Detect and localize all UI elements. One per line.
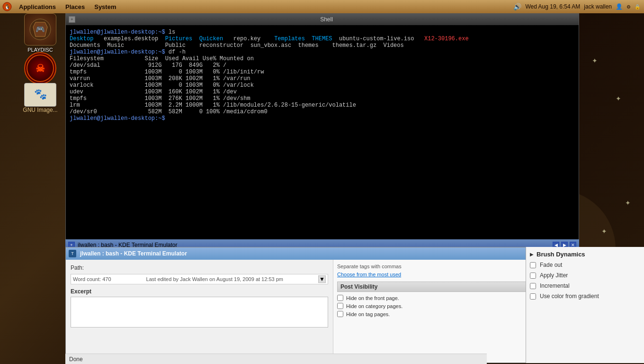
- choose-tags-link[interactable]: Choose from the most used: [337, 272, 401, 277]
- incremental-checkbox[interactable]: [530, 283, 536, 289]
- taskbar-settings-icon[interactable]: ⚙: [626, 4, 631, 9]
- status-bar: Done: [65, 354, 487, 364]
- hide-front-page-checkbox[interactable]: [337, 295, 343, 301]
- taskbar-lock-icon[interactable]: 🔒: [635, 4, 640, 9]
- volume-icon[interactable]: 🔊: [513, 3, 521, 10]
- terminal-minimize-btn[interactable]: +: [69, 16, 75, 23]
- kde-titlebar: T jlwallen : bash - KDE Terminal Emulato…: [66, 247, 579, 260]
- apply-jitter-label: Apply Jitter: [540, 272, 568, 279]
- fade-out-label: Fade out: [540, 262, 562, 268]
- kde-terminal-icon: T: [69, 250, 76, 257]
- kde-content: Path: Word count: 470 Last edited by Jac…: [66, 260, 579, 363]
- form-expand-btn[interactable]: ▼: [318, 275, 326, 283]
- kde-terminal-title: jlwallen : bash - KDE Terminal Emulator: [80, 250, 548, 257]
- playdisc-desktop-icon[interactable]: 🎮 PLAYDISC: [19, 13, 62, 53]
- gnu-image-desktop-icon[interactable]: 🐾 GNU Image...: [19, 83, 62, 113]
- svg-text:🎮: 🎮: [36, 25, 45, 34]
- hide-front-page-label: Hide on the front page.: [346, 295, 399, 301]
- app-menu: 🐧 Applications Places System: [0, 0, 121, 13]
- taskbar-right: 🔊 Wed Aug 19, 6:54 AM jack wallen 👤 ⚙ 🔒: [513, 3, 644, 10]
- brush-dynamics-header[interactable]: ▶ Brush Dynamics: [530, 251, 640, 258]
- terminal-content[interactable]: jlwallen@jlwallen-desktop:~$ ls Desktop …: [66, 25, 579, 245]
- brush-dynamics-panel: ▶ Brush Dynamics Fade out Apply Jitter I…: [526, 247, 644, 363]
- use-color-gradient-option: Use color from gradient: [530, 293, 640, 300]
- excerpt-label: Excerpt: [71, 288, 328, 295]
- apply-jitter-checkbox[interactable]: [530, 273, 536, 279]
- playdisc-icon-img: 🎮: [24, 13, 56, 46]
- gnu-icon-img: 🐾: [24, 83, 56, 107]
- done-text: Done: [69, 356, 83, 363]
- datetime-display: Wed Aug 19, 6:54 AM: [525, 3, 580, 10]
- use-color-gradient-checkbox[interactable]: [530, 293, 536, 300]
- desktop: ✦ ✦ ✦ ✦ ✦ ✦ ✦ 🐧 Applications Places Syst…: [0, 0, 644, 364]
- fade-out-option: Fade out: [530, 262, 640, 268]
- form-panel: Path: Word count: 470 Last edited by Jac…: [66, 260, 333, 363]
- path-label: Path:: [71, 264, 84, 271]
- hide-category-pages-checkbox[interactable]: [337, 303, 343, 309]
- diablo-icon-img: ☠: [24, 52, 56, 84]
- incremental-label: Incremental: [540, 282, 570, 289]
- kde-terminal-window: T jlwallen : bash - KDE Terminal Emulato…: [65, 247, 579, 363]
- svg-text:🐾: 🐾: [34, 88, 47, 100]
- taskbar-top: 🐧 Applications Places System 🔊 Wed Aug 1…: [0, 0, 644, 13]
- excerpt-input[interactable]: [71, 297, 328, 328]
- svg-text:🐧: 🐧: [4, 4, 10, 10]
- last-edited: Last edited by Jack Wallen on August 19,…: [146, 276, 283, 282]
- svg-text:☠: ☠: [36, 63, 45, 74]
- apply-jitter-option: Apply Jitter: [530, 272, 640, 279]
- gnu-image-label: GNU Image...: [23, 107, 57, 113]
- user-display: jack wallen: [584, 3, 612, 10]
- hide-category-pages-label: Hide on category pages.: [346, 303, 402, 309]
- hide-tag-pages-checkbox[interactable]: [337, 311, 343, 317]
- system-menu[interactable]: System: [89, 1, 121, 12]
- path-row: Path:: [71, 264, 328, 271]
- os-logo-icon: 🐧: [2, 1, 12, 12]
- use-color-gradient-label: Use color from gradient: [540, 293, 599, 300]
- word-count: Word count: 470: [73, 276, 111, 282]
- user-icon: 👤: [616, 3, 623, 10]
- places-menu[interactable]: Places: [61, 1, 89, 12]
- fade-out-checkbox[interactable]: [530, 262, 536, 268]
- terminal-title: Shell: [77, 16, 576, 23]
- brush-arrow-icon: ▶: [530, 252, 534, 257]
- incremental-option: Incremental: [530, 282, 640, 289]
- applications-menu[interactable]: Applications: [14, 1, 61, 12]
- brush-dynamics-title: Brush Dynamics: [537, 251, 585, 258]
- hide-tag-pages-label: Hide on tag pages.: [346, 311, 390, 317]
- terminal-window: + Shell jlwallen@jlwallen-desktop:~$ ls …: [65, 13, 579, 246]
- terminal-titlebar: + Shell: [66, 14, 579, 25]
- excerpt-section: Excerpt: [71, 288, 328, 329]
